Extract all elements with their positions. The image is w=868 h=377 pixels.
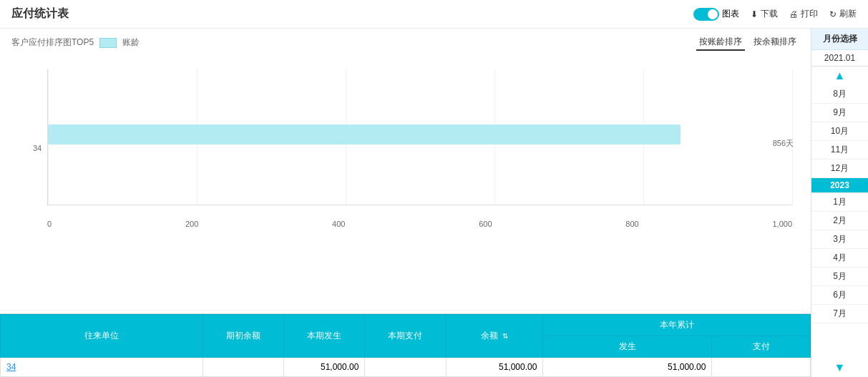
chart-legend: 客户应付排序图TOP5 账龄 — [11, 36, 140, 49]
chart-toggle[interactable]: 图表 — [693, 8, 739, 21]
download-button[interactable]: ⬇ 下载 — [751, 8, 778, 20]
td-balance: 51,000.00 — [446, 358, 543, 377]
bar-fill — [48, 124, 681, 145]
month-item-12[interactable]: 12月 — [811, 160, 868, 178]
unit-link[interactable]: 34 — [6, 362, 16, 372]
month-item-2[interactable]: 2月 — [811, 212, 868, 230]
td-unit: 34 — [1, 358, 203, 377]
page-title: 应付统计表 — [11, 6, 69, 21]
print-button[interactable]: 🖨 打印 — [789, 8, 818, 20]
th-current-payment: 本期支付 — [365, 315, 446, 358]
bar-end-label: 856天 — [773, 138, 794, 149]
current-year-label[interactable]: 2023 — [811, 178, 868, 193]
chart-canvas: 34 856天 0 200 400 600 800 1,000 — [0, 57, 811, 313]
page-header: 应付统计表 图表 ⬇ 下载 🖨 打印 ↻ 刷新 — [0, 0, 868, 29]
refresh-label: 刷新 — [839, 8, 857, 20]
toggle-track[interactable] — [693, 8, 719, 21]
month-item-9[interactable]: 9月 — [811, 104, 868, 122]
month-item-5[interactable]: 5月 — [811, 268, 868, 286]
td-opening — [203, 358, 284, 377]
x-tick-800: 800 — [625, 220, 638, 228]
th-ytd: 本年累计 — [543, 315, 811, 336]
main-area: 客户应付排序图TOP5 账龄 按账龄排序 按余额排序 — [0, 29, 868, 377]
th-ytd-amount: 发生 — [543, 336, 712, 358]
x-tick-200: 200 — [185, 220, 198, 228]
chevron-up-icon: ▲ — [834, 69, 846, 82]
chart-header: 客户应付排序图TOP5 账龄 按账龄排序 按余额排序 — [0, 29, 811, 57]
download-label: 下载 — [761, 8, 778, 20]
month-item-7[interactable]: 7月 — [811, 305, 868, 323]
table-wrapper[interactable]: 往来单位 期初余额 本期发生 本期支付 余额 ⇅ 本年累计 — [0, 314, 811, 377]
table-section: 往来单位 期初余额 本期发生 本期支付 余额 ⇅ 本年累计 — [0, 313, 811, 377]
chart-section: 客户应付排序图TOP5 账龄 按账龄排序 按余额排序 — [0, 29, 811, 377]
legend-box — [99, 38, 117, 48]
print-icon: 🖨 — [789, 9, 798, 19]
th-balance: 余额 ⇅ — [446, 315, 543, 358]
month-item-4[interactable]: 4月 — [811, 249, 868, 268]
x-tick-600: 600 — [479, 220, 492, 228]
legend-box-label: 账龄 — [122, 36, 140, 49]
refresh-icon: ↻ — [829, 9, 837, 19]
table-row: 34 51,000.00 51,000.00 51,000.00 — [1, 358, 811, 377]
legend-label: 客户应付排序图TOP5 — [11, 36, 94, 49]
print-label: 打印 — [801, 8, 818, 20]
month-item-3[interactable]: 3月 — [811, 230, 868, 249]
x-tick-400: 400 — [332, 220, 345, 228]
th-ytd-payment: 支付 — [712, 336, 811, 358]
chart-sort: 按账龄排序 按余额排序 — [696, 34, 799, 51]
x-tick-1000: 1,000 — [772, 220, 792, 228]
sort-by-amount-button[interactable]: 按余额排序 — [751, 34, 799, 51]
x-tick-0: 0 — [47, 220, 52, 228]
sidebar-year[interactable]: 2021.01 — [811, 50, 868, 67]
th-current-amount: 本期发生 — [284, 315, 365, 358]
month-item-10[interactable]: 10月 — [811, 122, 868, 141]
td-current-payment — [365, 358, 446, 377]
header-actions: 图表 ⬇ 下载 🖨 打印 ↻ 刷新 — [693, 8, 857, 21]
nav-down-button[interactable]: ▼ — [811, 358, 868, 377]
sidebar-title: 月份选择 — [811, 29, 868, 50]
y-axis-value: 34 — [33, 144, 42, 152]
th-unit: 往来单位 — [1, 315, 203, 358]
balance-icon: ⇅ — [502, 332, 508, 340]
chart-label: 图表 — [722, 8, 739, 20]
chevron-down-icon: ▼ — [834, 361, 846, 374]
bar-row — [48, 124, 792, 145]
th-opening: 期初余额 — [203, 315, 284, 358]
data-table: 往来单位 期初余额 本期发生 本期支付 余额 ⇅ 本年累计 — [0, 314, 811, 377]
month-item-8[interactable]: 8月 — [811, 85, 868, 104]
month-item-6[interactable]: 6月 — [811, 286, 868, 305]
month-list: 8月 9月 10月 11月 12月 2023 1月 2月 3月 4月 5月 6月… — [811, 85, 868, 358]
toggle-thumb — [708, 9, 718, 19]
td-ytd-payment — [712, 358, 811, 377]
download-icon: ⬇ — [751, 9, 758, 19]
month-item-1[interactable]: 1月 — [811, 193, 868, 212]
x-axis: 0 200 400 600 800 1,000 — [47, 220, 792, 228]
refresh-button[interactable]: ↻ 刷新 — [829, 8, 857, 20]
sort-by-balance-button[interactable]: 按账龄排序 — [696, 34, 745, 51]
table-header-row: 往来单位 期初余额 本期发生 本期支付 余额 ⇅ 本年累计 — [1, 315, 811, 336]
td-current-amount: 51,000.00 — [284, 358, 365, 377]
nav-up-button[interactable]: ▲ — [811, 67, 868, 85]
td-ytd-amount: 51,000.00 — [543, 358, 712, 377]
month-item-11[interactable]: 11月 — [811, 141, 868, 160]
sidebar: 月份选择 2021.01 ▲ 8月 9月 10月 11月 12月 2023 1月… — [811, 29, 868, 377]
